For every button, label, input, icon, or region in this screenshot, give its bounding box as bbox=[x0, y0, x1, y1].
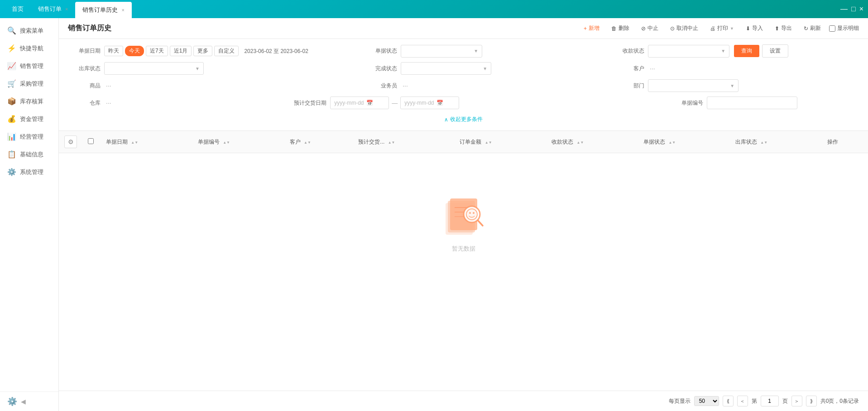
completion-status-select[interactable]: ▼ bbox=[401, 62, 491, 75]
th-delivery-status[interactable]: 出库状态 ▲▼ bbox=[730, 131, 822, 153]
export-button[interactable]: ⬆ 导出 bbox=[771, 23, 796, 34]
delivery-date-start[interactable]: yyyy-mm-dd 📅 bbox=[330, 97, 389, 109]
sort-customer-icon[interactable]: ▲▼ bbox=[304, 141, 311, 145]
payment-status-select[interactable]: ▼ bbox=[648, 45, 729, 58]
date-btn-more[interactable]: 更多 bbox=[193, 46, 212, 56]
sidebar-item-quicknav[interactable]: ⚡ 快捷导航 bbox=[0, 39, 58, 57]
calendar-end-icon[interactable]: 📅 bbox=[436, 100, 443, 106]
sort-order-no-icon[interactable]: ▲▼ bbox=[223, 141, 230, 145]
collapse-filters-btn[interactable]: ∧ 收起更多条件 bbox=[68, 114, 859, 125]
th-order-status[interactable]: 单据状态 ▲▼ bbox=[638, 131, 730, 153]
sidebar-item-finance-label: 资金管理 bbox=[20, 115, 43, 123]
sidebar-item-operations[interactable]: 📊 经营管理 bbox=[0, 128, 58, 145]
print-button[interactable]: 🖨 打印 ▼ bbox=[706, 23, 738, 34]
th-amount[interactable]: 订单金额 ▲▼ bbox=[454, 131, 546, 153]
order-status-select[interactable]: ▼ bbox=[401, 45, 482, 58]
date-btn-yesterday[interactable]: 昨天 bbox=[104, 46, 123, 56]
cancel-stop-button[interactable]: ⊙ 取消中止 bbox=[667, 23, 702, 34]
empty-state: 暂无数据 bbox=[59, 153, 868, 289]
per-page-select[interactable]: 50 100 200 bbox=[694, 396, 719, 406]
salesperson-label: 业务员 bbox=[364, 82, 401, 90]
delete-icon: 🗑 bbox=[611, 25, 617, 32]
delivery-date-end[interactable]: yyyy-mm-dd 📅 bbox=[400, 97, 459, 109]
th-payment-status[interactable]: 收款状态 ▲▼ bbox=[546, 131, 638, 153]
sort-delivery-status-icon[interactable]: ▲▼ bbox=[760, 141, 767, 145]
sidebar-item-sales[interactable]: 📈 销售管理 bbox=[0, 57, 58, 75]
collapse-arrow-icon: ∧ bbox=[444, 116, 448, 123]
sidebar-item-finance[interactable]: 💰 资金管理 bbox=[0, 110, 58, 128]
collapse-label: 收起更多条件 bbox=[450, 116, 483, 123]
customer-input-dots[interactable]: ··· bbox=[648, 65, 657, 72]
settings-bottom-icon[interactable]: ⚙️ bbox=[7, 396, 17, 406]
order-number-input[interactable] bbox=[707, 97, 797, 109]
sort-order-status-icon[interactable]: ▲▼ bbox=[668, 141, 676, 145]
department-select[interactable]: ▼ bbox=[648, 79, 739, 92]
completion-status-group: 完成状态 ▼ bbox=[364, 62, 612, 75]
minimize-btn[interactable]: — bbox=[840, 5, 848, 13]
sidebar-item-search[interactable]: 🔍 搜索菜单 bbox=[0, 22, 58, 39]
th-actions: 操作 bbox=[822, 131, 868, 153]
prev-page-btn[interactable]: ＜ bbox=[737, 396, 748, 406]
tab-sales-order-history[interactable]: 销售订单历史 × bbox=[75, 2, 131, 18]
page-number-input[interactable] bbox=[761, 396, 779, 406]
tab-sales-order-close[interactable]: × bbox=[65, 6, 68, 12]
th-date[interactable]: 单据日期 ▲▼ bbox=[101, 131, 192, 153]
delivery-date-group: 预计交货日期 yyyy-mm-dd 📅 — yyyy-mm-dd 📅 bbox=[294, 97, 671, 109]
sort-delivery-icon[interactable]: ▲▼ bbox=[388, 141, 395, 145]
sort-payment-icon[interactable]: ▲▼ bbox=[577, 141, 584, 145]
delivery-status-select[interactable]: ▼ bbox=[104, 62, 204, 75]
show-detail-toggle[interactable]: 显示明细 bbox=[829, 24, 859, 32]
date-btn-1month[interactable]: 近1月 bbox=[170, 46, 192, 56]
select-all-checkbox[interactable] bbox=[88, 138, 94, 144]
date-btn-today[interactable]: 今天 bbox=[125, 46, 144, 56]
calendar-start-icon[interactable]: 📅 bbox=[366, 100, 373, 106]
tab-home[interactable]: 首页 bbox=[5, 0, 31, 18]
table-area: ⚙ 单据日期 ▲▼ 单据编号 ▲▼ bbox=[59, 131, 868, 391]
date-btn-custom[interactable]: 自定义 bbox=[214, 46, 239, 56]
close-btn[interactable]: × bbox=[859, 5, 863, 13]
sidebar-item-purchase[interactable]: 🛒 采购管理 bbox=[0, 75, 58, 92]
tab-sales-order[interactable]: 销售订单 × bbox=[31, 0, 75, 18]
delivery-status-group: 出库状态 ▼ bbox=[68, 62, 364, 75]
filter-area: 单据日期 昨天 今天 近7天 近1月 更多 自定义 2023-06-02 至 2… bbox=[59, 39, 868, 131]
sidebar-item-operations-label: 经营管理 bbox=[20, 133, 43, 141]
last-page-btn[interactable]: ⟫ bbox=[806, 396, 817, 406]
tab-sales-order-history-close[interactable]: × bbox=[121, 7, 124, 13]
product-input-dots[interactable]: ··· bbox=[104, 82, 113, 89]
sidebar-item-sysmgmt[interactable]: ⚙️ 系统管理 bbox=[0, 163, 58, 181]
sidebar-item-basicinfo[interactable]: 📋 基础信息 bbox=[0, 145, 58, 163]
date-btn-7days[interactable]: 近7天 bbox=[146, 46, 168, 56]
stop-button[interactable]: ⊘ 中止 bbox=[638, 23, 662, 34]
delivery-date-inputs: yyyy-mm-dd 📅 — yyyy-mm-dd 📅 bbox=[330, 97, 459, 109]
refresh-button[interactable]: ↻ 刷新 bbox=[800, 23, 825, 34]
warehouse-input-dots[interactable]: ··· bbox=[104, 99, 113, 106]
delivery-date-start-value: yyyy-mm-dd bbox=[334, 100, 364, 106]
show-detail-checkbox[interactable] bbox=[829, 25, 835, 32]
collapse-sidebar-icon[interactable]: ◀ bbox=[21, 398, 26, 405]
th-date-label: 单据日期 bbox=[106, 139, 128, 145]
sort-amount-icon[interactable]: ▲▼ bbox=[485, 141, 492, 145]
salesperson-input-dots[interactable]: ··· bbox=[401, 82, 410, 89]
settings-button[interactable]: 设置 bbox=[762, 44, 788, 58]
content-area: 销售订单历史 + 新增 🗑 删除 ⊘ 中止 ⊙ 取消中止 bbox=[59, 18, 868, 411]
first-page-btn[interactable]: ⟪ bbox=[723, 396, 734, 406]
empty-cell: 暂无数据 bbox=[59, 153, 868, 290]
maximize-btn[interactable]: □ bbox=[851, 5, 856, 13]
add-button[interactable]: + 新增 bbox=[580, 23, 603, 34]
sort-date-icon[interactable]: ▲▼ bbox=[131, 141, 138, 145]
next-page-btn[interactable]: ＞ bbox=[791, 396, 802, 406]
th-customer[interactable]: 客户 ▲▼ bbox=[284, 131, 353, 153]
column-settings-btn[interactable]: ⚙ bbox=[64, 135, 77, 148]
total-records: 共0页，0条记录 bbox=[820, 397, 859, 405]
stop-icon: ⊘ bbox=[641, 25, 646, 32]
tab-bar: 首页 销售订单 × 销售订单历史 × bbox=[5, 0, 132, 18]
import-button[interactable]: ⬇ 导入 bbox=[742, 23, 767, 34]
th-delivery-date[interactable]: 预计交货... ▲▼ bbox=[353, 131, 454, 153]
sidebar-item-quicknav-label: 快捷导航 bbox=[20, 44, 43, 53]
delete-button[interactable]: 🗑 删除 bbox=[608, 23, 633, 34]
customer-label: 客户 bbox=[612, 65, 648, 73]
payment-status-arrow: ▼ bbox=[721, 48, 725, 53]
sidebar-item-inventory[interactable]: 📦 库存核算 bbox=[0, 92, 58, 110]
query-button[interactable]: 查询 bbox=[734, 45, 759, 57]
th-order-no[interactable]: 单据编号 ▲▼ bbox=[192, 131, 284, 153]
